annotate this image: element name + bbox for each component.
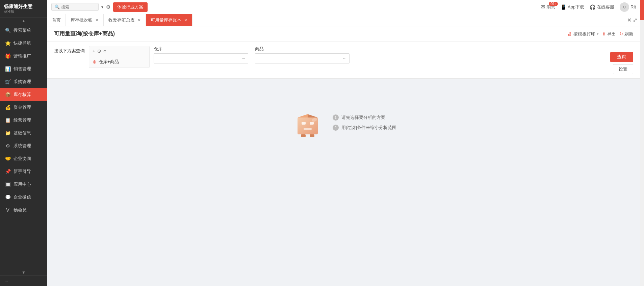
sidebar-label-newguide: 新手引导 (14, 168, 31, 175)
page-actions: 🖨 按模板打印 ▾ ⬆ 导出 ↻ 刷新 (568, 31, 633, 37)
sidebar-label-weixin: 企业微信 (14, 194, 31, 200)
avatar-initials: U (623, 5, 626, 9)
sidebar-footer[interactable]: ··· (0, 276, 47, 286)
refresh-btn[interactable]: ↻ 刷新 (619, 31, 633, 37)
filter-field-warehouse: 仓库 ··· (154, 46, 248, 63)
sidebar-item-purchase[interactable]: 🛒 采购管理 (0, 75, 47, 88)
tab-bar: 首页库存批次账✕收发存汇总表✕可用量库存账本✕ ✕ ⤢ (47, 14, 640, 26)
sidebar-item-marketing[interactable]: 🎁 营销推广 (0, 50, 47, 62)
tip-text-2: 用[过滤]条件来缩小分析范围 (341, 125, 396, 131)
query-btn[interactable]: 查询 (610, 52, 633, 62)
sidebar-icon-inventory: 📦 (5, 92, 11, 98)
tab-label-batch_ledger: 库存批次账 (71, 17, 93, 23)
goods-more-btn[interactable]: ··· (343, 56, 346, 61)
svg-marker-2 (308, 114, 318, 118)
sidebar-scroll-down[interactable]: ▼ (0, 269, 47, 276)
svg-rect-7 (301, 134, 306, 137)
refresh-label: 刷新 (624, 31, 633, 37)
print-btn[interactable]: 🖨 按模板打印 ▾ (568, 31, 599, 37)
top-header: 🔍 ▾ ⚙ 体验行业方案 ✉ 消息 99+ 📱 App下载 🎧 在线客服 U (47, 0, 640, 14)
header-search-input[interactable] (61, 5, 95, 9)
warehouse-more-btn[interactable]: ··· (242, 56, 245, 61)
sidebar-item-member[interactable]: V 畅会员 (0, 204, 47, 216)
mobile-icon: 📱 (561, 4, 566, 10)
export-btn[interactable]: ⬆ 导出 (602, 31, 616, 37)
sidebar-item-funds[interactable]: 💰 资金管理 (0, 101, 47, 114)
tab-batch_ledger[interactable]: 库存批次账✕ (66, 14, 104, 26)
sidebar-label-purchase: 采购管理 (14, 79, 31, 85)
export-label: 导出 (607, 31, 616, 37)
tab-label-home: 首页 (52, 17, 61, 23)
tab-receipt_summary[interactable]: 收发存汇总表✕ (104, 14, 146, 26)
scrollbar-thumb[interactable] (640, 0, 644, 20)
sidebar-icon-system: ⚙ (5, 143, 11, 149)
sidebar-item-sales[interactable]: 📊 销售管理 (0, 62, 47, 75)
sidebar-item-newguide[interactable]: 📌 新手引导 (0, 165, 47, 178)
svg-rect-8 (310, 134, 314, 137)
filter-settings-btn[interactable]: 设置 (613, 64, 633, 74)
print-dropdown-icon: ▾ (597, 32, 599, 36)
filter-scheme-panel: + ⊙ « ⊕ 仓库+商品 (89, 46, 150, 68)
sidebar-item-weixin[interactable]: 💬 企业微信 (0, 191, 47, 204)
sidebar-item-system[interactable]: ⚙ 系统管理 (0, 139, 47, 152)
user-profile[interactable]: U Rit (620, 2, 636, 12)
sidebar-item-enterprise[interactable]: 🤝 企业协同 (0, 152, 47, 165)
goods-field-input[interactable]: ··· (255, 53, 350, 63)
scheme-settings-btn[interactable]: ⊙ (97, 48, 101, 54)
filter-fields: 仓库 ··· 商品 ··· (154, 46, 606, 63)
header-dropdown-btn[interactable]: ▾ (101, 5, 103, 9)
sidebar-item-appcenter[interactable]: 🔲 应用中心 (0, 178, 47, 191)
scheme-add-btn[interactable]: + (93, 48, 95, 54)
tab-home[interactable]: 首页 (47, 14, 66, 26)
tab-close-available_ledger[interactable]: ✕ (184, 18, 187, 23)
app-version: 标准版 (4, 9, 43, 14)
trial-btn[interactable]: 体验行业方案 (113, 2, 148, 12)
app-download-btn[interactable]: 📱 App下载 (561, 4, 584, 10)
tip-num-1: 1 (333, 114, 339, 121)
right-sidebar (640, 0, 644, 286)
sidebar-item-basic[interactable]: 📁 基础信息 (0, 127, 47, 139)
sidebar-icon-purchase: 🛒 (5, 79, 11, 85)
app-logo: 畅康通好生意 标准版 (0, 0, 47, 18)
tab-expand-btn[interactable]: ⤢ (633, 17, 637, 23)
svg-marker-1 (298, 114, 308, 118)
sidebar-label-basic: 基础信息 (14, 130, 31, 136)
goods-input[interactable] (258, 56, 341, 61)
tab-available_ledger[interactable]: 可用量库存账本✕ (146, 14, 192, 26)
header-gear-btn[interactable]: ⚙ (106, 4, 110, 10)
sidebar-item-inventory[interactable]: 📦 库存核算 (0, 88, 47, 101)
sidebar-label-inventory: 库存核算 (14, 92, 31, 98)
svg-rect-3 (302, 122, 306, 125)
scheme-item-warehouse-goods[interactable]: ⊕ 仓库+商品 (89, 56, 149, 68)
scheme-collapse-btn[interactable]: « (103, 48, 106, 54)
sidebar-icon-enterprise: 🤝 (5, 156, 11, 162)
sidebar-label-search: 搜索菜单 (14, 27, 31, 33)
notifications-btn[interactable]: ✉ 消息 99+ (541, 4, 555, 10)
sidebar-icon-marketing: 🎁 (5, 53, 11, 59)
sidebar-item-quicknav[interactable]: ⭐ 快捷导航 (0, 37, 47, 50)
tip-num-2: 2 (333, 125, 339, 131)
tab-label-receipt_summary: 收发存汇总表 (108, 17, 135, 23)
goods-field-label: 商品 (255, 46, 350, 52)
sidebar-icon-search: 🔍 (5, 27, 11, 33)
sidebar-item-operation[interactable]: 📋 经营管理 (0, 114, 47, 127)
app-name: 畅康通好生意 (4, 3, 43, 9)
message-icon: ✉ (541, 4, 545, 10)
sidebar-icon-quicknav: ⭐ (5, 40, 11, 46)
svg-rect-4 (310, 122, 314, 125)
sidebar-icon-newguide: 📌 (5, 168, 11, 175)
online-service-btn[interactable]: 🎧 在线客服 (590, 4, 614, 10)
search-icon: 🔍 (54, 4, 60, 9)
warehouse-field-input[interactable]: ··· (154, 53, 248, 63)
tab-close-batch_ledger[interactable]: ✕ (95, 18, 99, 23)
sidebar-scroll-up[interactable]: ▲ (0, 18, 47, 24)
tab-close-receipt_summary[interactable]: ✕ (137, 18, 141, 23)
header-search-box[interactable]: 🔍 (51, 3, 99, 11)
sidebar-item-search[interactable]: 🔍 搜索菜单 (0, 24, 47, 37)
page-header: 可用量查询(按仓库+商品) 🖨 按模板打印 ▾ ⬆ 导出 ↻ 刷新 (47, 26, 640, 42)
content-area: 可用量查询(按仓库+商品) 🖨 按模板打印 ▾ ⬆ 导出 ↻ 刷新 按以下方案 (47, 26, 640, 286)
sidebar-label-member: 畅会员 (14, 207, 27, 213)
tab-close-all-btn[interactable]: ✕ (627, 17, 632, 23)
warehouse-input[interactable] (157, 56, 240, 61)
sidebar-icon-basic: 📁 (5, 130, 11, 136)
